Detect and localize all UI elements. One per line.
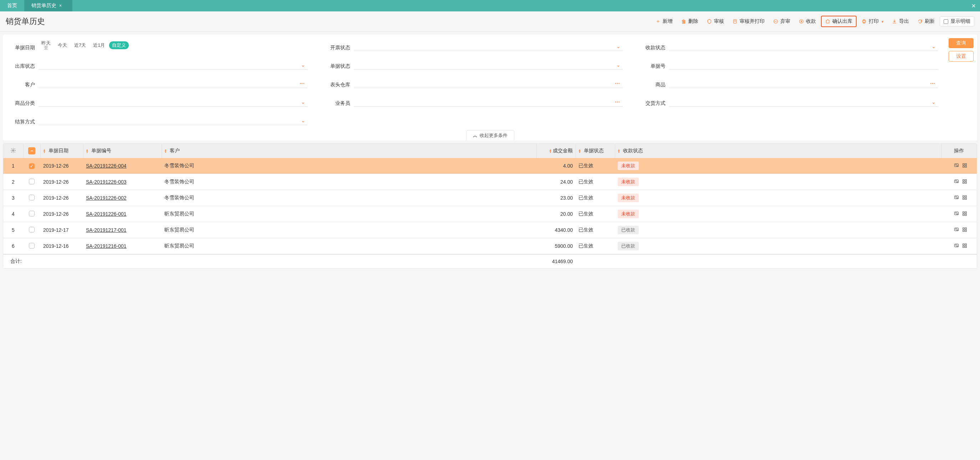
- col-date[interactable]: 单据日期: [40, 144, 83, 158]
- table-row[interactable]: 52019-12-17SA-20191217-001昕东贸易公司4340.00已…: [3, 222, 977, 238]
- filter-label: 单据日期: [6, 45, 35, 51]
- cell-amount: 4.00: [536, 158, 576, 174]
- chevron-down-icon: ⌄: [929, 99, 938, 105]
- row-more-icon[interactable]: [962, 243, 967, 248]
- table-row[interactable]: 22019-12-26SA-20191226-003冬雪装饰公司24.00已生效…: [3, 174, 977, 190]
- btn-print[interactable]: 打印 ▾: [858, 16, 887, 27]
- chip-today[interactable]: 今天: [55, 41, 70, 49]
- row-view-icon[interactable]: [954, 179, 959, 184]
- btn-refresh[interactable]: 刷新: [914, 16, 938, 27]
- row-view-icon[interactable]: [954, 227, 959, 232]
- filter-input[interactable]: ⌄: [354, 60, 623, 70]
- row-more-icon[interactable]: [962, 211, 967, 216]
- row-view-icon[interactable]: [954, 211, 959, 216]
- row-view-icon[interactable]: [954, 163, 959, 168]
- cell-sn-link[interactable]: SA-20191216-001: [86, 243, 127, 249]
- row-checkbox[interactable]: [29, 163, 35, 169]
- filter-input[interactable]: ⋯: [354, 79, 623, 88]
- chip-7days[interactable]: 近7天: [71, 41, 89, 49]
- cell-date: 2019-12-26: [40, 174, 83, 190]
- cell-sn-link[interactable]: SA-20191226-004: [86, 163, 127, 169]
- row-more-icon[interactable]: [962, 227, 967, 232]
- toggle-show-detail[interactable]: 显示明细: [940, 16, 974, 26]
- col-select-all[interactable]: −: [23, 144, 40, 158]
- filter-input[interactable]: ⌄: [38, 60, 307, 70]
- btn-add[interactable]: ＋ 新增: [652, 16, 676, 27]
- tab-label: 销货单历史: [31, 3, 56, 9]
- btn-confirm-outbound[interactable]: 确认出库: [821, 16, 857, 27]
- filter-label: 收款状态: [637, 45, 665, 51]
- btn-revoke-label: 弃审: [780, 18, 790, 25]
- filter-input[interactable]: ⋯: [38, 79, 307, 88]
- btn-audit-print[interactable]: 审核并打印: [729, 16, 768, 27]
- row-more-icon[interactable]: [962, 195, 967, 200]
- collapse-filters-toggle[interactable]: ︽ 收起更多条件: [466, 130, 514, 140]
- svg-rect-41: [963, 246, 964, 247]
- col-customer[interactable]: 客户: [162, 144, 536, 158]
- filter-input[interactable]: ⌄: [38, 97, 307, 107]
- table-row[interactable]: 32019-12-26SA-20191226-002冬雪装饰公司23.00已生效…: [3, 190, 977, 206]
- col-pay-status[interactable]: 收款状态: [615, 144, 941, 158]
- btn-delete[interactable]: 🗑 删除: [678, 16, 702, 27]
- row-index: 2: [3, 174, 23, 190]
- cell-customer: 冬雪装饰公司: [162, 190, 536, 206]
- row-checkbox[interactable]: [29, 211, 35, 216]
- chip-custom[interactable]: 自定义: [109, 41, 129, 49]
- col-doc-status[interactable]: 单据状态: [576, 144, 615, 158]
- cell-sn-link[interactable]: SA-20191226-001: [86, 211, 127, 217]
- filter-invoice-status: 开票状态 ⌄: [322, 40, 623, 54]
- topbar-close-icon[interactable]: ×: [967, 0, 980, 11]
- row-view-icon[interactable]: [954, 243, 959, 248]
- cell-sn-link[interactable]: SA-20191226-003: [86, 179, 127, 185]
- cell-sn-link[interactable]: SA-20191217-001: [86, 227, 127, 233]
- btn-revoke[interactable]: 弃审: [770, 16, 794, 27]
- filter-label: 交货方式: [637, 100, 665, 107]
- row-more-icon[interactable]: [962, 163, 967, 168]
- filter-input[interactable]: [669, 60, 938, 70]
- chip-1month[interactable]: 近1月: [90, 41, 108, 49]
- row-view-icon[interactable]: [954, 195, 959, 200]
- filter-delivery-method: 交货方式 ⌄: [637, 95, 938, 110]
- filter-input[interactable]: ⋯: [669, 79, 938, 88]
- cell-amount: 24.00: [536, 174, 576, 190]
- cell-amount: 5900.00: [536, 238, 576, 255]
- col-amount[interactable]: 成交金额: [536, 144, 576, 158]
- row-checkbox[interactable]: [29, 243, 35, 248]
- table-row[interactable]: 12019-12-26SA-20191226-004冬雪装饰公司4.00已生效未…: [3, 158, 977, 174]
- show-detail-checkbox[interactable]: [943, 19, 948, 24]
- cell-sn-link[interactable]: SA-20191226-002: [86, 195, 127, 201]
- cell-doc-status: 已生效: [576, 174, 615, 190]
- row-more-icon[interactable]: [962, 179, 967, 184]
- filter-input[interactable]: ⌄: [354, 42, 623, 51]
- filter-input[interactable]: ⌄: [669, 97, 938, 107]
- col-label: 成交金额: [553, 148, 573, 153]
- btn-export[interactable]: 导出: [888, 16, 913, 27]
- row-checkbox[interactable]: [29, 195, 35, 201]
- pay-status-pill: 未收款: [618, 210, 639, 218]
- col-settings[interactable]: [3, 144, 23, 158]
- filter-input[interactable]: ⌄: [38, 116, 307, 125]
- tab-sales-history[interactable]: 销货单历史 ×: [24, 0, 72, 11]
- btn-audit[interactable]: 审核: [703, 16, 727, 27]
- revoke-icon: [773, 19, 778, 24]
- filter-input[interactable]: ⌄: [669, 42, 938, 51]
- cell-customer: 冬雪装饰公司: [162, 158, 536, 174]
- top-tab-bar: 首页 销货单历史 × ×: [0, 0, 980, 11]
- table-row[interactable]: 62019-12-16SA-20191216-001昕东贸易公司5900.00已…: [3, 238, 977, 255]
- data-table: − 单据日期 单据编号 客户 成交金额 单据状态 收款状态 操作 12019-1…: [3, 143, 977, 269]
- btn-delete-label: 删除: [688, 18, 698, 25]
- chip-yesterday[interactable]: 昨天 至: [38, 40, 54, 51]
- tab-home[interactable]: 首页: [0, 0, 24, 11]
- filter-input[interactable]: ⋯: [354, 97, 623, 107]
- col-sn[interactable]: 单据编号: [83, 144, 162, 158]
- btn-add-label: 新增: [663, 18, 673, 25]
- btn-receive[interactable]: 收款: [795, 16, 819, 27]
- sort-icon: [618, 149, 622, 153]
- table-row[interactable]: 42019-12-26SA-20191226-001昕东贸易公司20.00已生效…: [3, 206, 977, 222]
- svg-rect-24: [965, 198, 966, 199]
- btn-audit-print-label: 审核并打印: [740, 18, 765, 25]
- tab-close-icon[interactable]: ×: [59, 3, 62, 8]
- cell-amount: 4340.00: [536, 222, 576, 238]
- row-checkbox[interactable]: [29, 227, 35, 232]
- row-checkbox[interactable]: [29, 179, 35, 185]
